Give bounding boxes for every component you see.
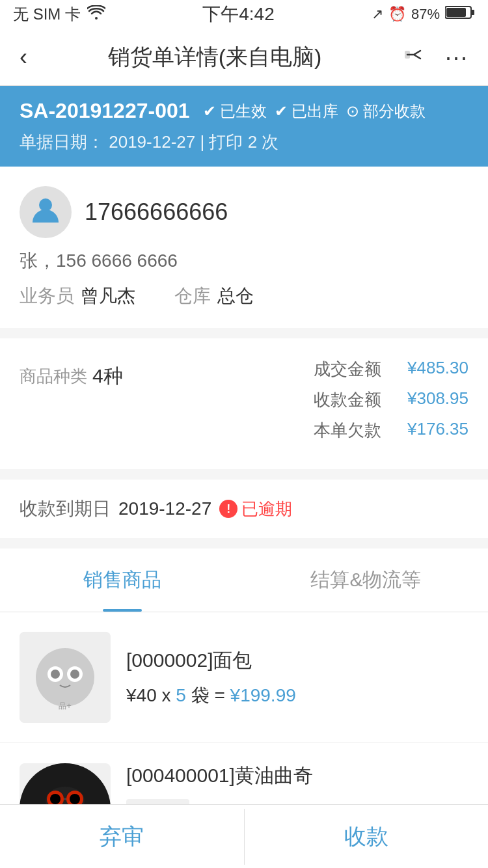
customer-section: 17666666666 张，156 6666 6666 业务员 曾凡杰 仓库 总…	[0, 167, 488, 328]
nav-actions: ···	[402, 43, 468, 72]
due-date: 2019-12-27	[118, 498, 211, 519]
product-image-1: 品+	[20, 632, 111, 723]
transaction-label: 成交金额	[314, 358, 381, 381]
wifi-icon	[87, 5, 105, 23]
debt-value: ¥176.35	[407, 419, 468, 442]
nav-bar: ‹ 销货单详情(来自电脑) ···	[0, 29, 488, 86]
debt-label: 本单欠款	[314, 419, 381, 442]
product-total-1: ¥199.99	[230, 685, 296, 705]
overdue-badge: ! 已逾期	[219, 498, 292, 521]
tab-settlement[interactable]: 结算&物流等	[244, 549, 488, 612]
cancel-review-button[interactable]: 弃审	[0, 809, 245, 865]
user-icon	[29, 193, 62, 232]
payment-row: 收款金额 ¥308.95	[314, 388, 468, 411]
status-right: ↗ ⏰ 87%	[372, 5, 475, 23]
customer-sub-info: 张，156 6666 6666	[20, 249, 468, 273]
transaction-value: ¥485.30	[407, 358, 468, 381]
location-icon: ↗	[372, 6, 383, 23]
stats-right: 成交金额 ¥485.30 收款金额 ¥308.95 本单欠款 ¥176.35	[314, 358, 468, 450]
bottom-bar: 弃审 收款	[0, 804, 488, 868]
check-icon-1: ✔	[203, 102, 216, 120]
collect-payment-button[interactable]: 收款	[245, 809, 489, 865]
product-qty-1: 5	[176, 685, 186, 705]
stats-section: 商品种类 4种 成交金额 ¥485.30 收款金额 ¥308.95 本单欠款 ¥…	[0, 338, 488, 469]
svg-point-16	[50, 794, 61, 804]
battery-text: 87%	[411, 6, 440, 23]
tabs: 销售商品 结算&物流等	[0, 549, 488, 612]
overdue-icon: !	[219, 500, 237, 518]
check-icon-2: ✔	[275, 102, 288, 120]
status-time: 下午4:42	[202, 2, 275, 27]
svg-rect-3	[405, 51, 410, 59]
svg-point-10	[70, 670, 79, 679]
avatar	[20, 186, 72, 238]
salesperson-item: 业务员 曾凡杰	[20, 284, 135, 308]
debt-row: 本单欠款 ¥176.35	[314, 419, 468, 442]
payment-label: 收款金额	[314, 388, 381, 411]
salesperson-label: 业务员	[20, 284, 74, 308]
status-tag-effective: ✔ 已生效	[203, 101, 267, 122]
product-detail-1: [0000002]面包 ¥40 x 5 袋 = ¥199.99	[126, 647, 468, 708]
category-label: 商品种类	[20, 365, 87, 388]
status-tag-partial: ⊙ 部分收款	[346, 101, 426, 122]
svg-rect-1	[471, 10, 474, 15]
status-tags: ✔ 已生效 ✔ 已出库 ⊙ 部分收款	[203, 101, 426, 122]
back-button[interactable]: ‹	[20, 44, 27, 71]
product-name-1: [0000002]面包	[126, 647, 468, 674]
status-tag-shipped: ✔ 已出库	[275, 101, 338, 122]
stats-left: 商品种类 4种	[20, 358, 123, 390]
overdue-text: 已逾期	[241, 498, 292, 521]
transaction-row: 成交金额 ¥485.30	[314, 358, 468, 381]
warehouse-value: 总仓	[217, 284, 254, 308]
svg-point-6	[36, 648, 94, 707]
due-section: 收款到期日 2019-12-27 ! 已逾期	[0, 480, 488, 538]
tab-sales-products[interactable]: 销售商品	[0, 549, 244, 612]
customer-meta: 业务员 曾凡杰 仓库 总仓	[20, 284, 468, 308]
header-banner: SA-20191227-001 ✔ 已生效 ✔ 已出库 ⊙ 部分收款 单据日期：…	[0, 86, 488, 167]
page-title: 销货单详情(来自电脑)	[108, 42, 322, 72]
warehouse-label: 仓库	[174, 284, 211, 308]
status-bar: 无 SIM 卡 下午4:42 ↗ ⏰ 87%	[0, 0, 488, 29]
svg-point-17	[70, 794, 80, 804]
payment-value: ¥308.95	[407, 388, 468, 411]
svg-point-9	[51, 670, 60, 679]
product-price-1: ¥40 x 5 袋 = ¥199.99	[126, 683, 468, 708]
svg-text:品+: 品+	[59, 701, 71, 711]
svg-rect-2	[446, 8, 466, 17]
warehouse-item: 仓库 总仓	[174, 284, 254, 308]
carrier-text: 无 SIM 卡	[13, 4, 81, 25]
battery-icon	[445, 5, 475, 23]
salesperson-value: 曾凡杰	[81, 284, 135, 308]
header-date-line: 单据日期： 2019-12-27 | 打印 2 次	[20, 131, 468, 154]
product-item-1: 品+ [0000002]面包 ¥40 x 5 袋 = ¥199.99	[0, 612, 488, 743]
alarm-icon: ⏰	[388, 6, 406, 23]
category-value: 4种	[92, 363, 123, 390]
customer-name: 17666666666	[85, 198, 228, 226]
more-button[interactable]: ···	[445, 44, 468, 71]
status-left: 无 SIM 卡	[13, 4, 105, 25]
clock-icon: ⊙	[346, 102, 359, 120]
category-count: 商品种类 4种	[20, 363, 123, 390]
due-label: 收款到期日	[20, 496, 111, 521]
order-number: SA-20191227-001	[20, 99, 190, 123]
product-name-2: [000400001]黄油曲奇	[126, 763, 468, 789]
share-button[interactable]	[402, 43, 426, 72]
